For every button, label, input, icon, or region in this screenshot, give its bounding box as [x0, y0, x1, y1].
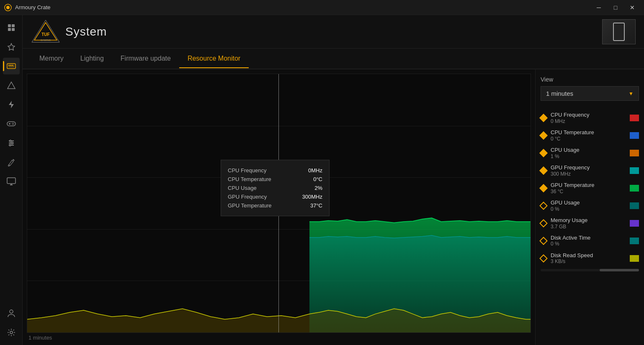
- tooltip-label-cpu-usage: CPU Usage: [228, 185, 257, 191]
- svg-rect-2: [8, 24, 11, 27]
- metric-diamond-gpu-freq: [539, 166, 548, 175]
- metric-color-cpu-freq: [630, 115, 639, 121]
- svg-point-15: [12, 123, 14, 125]
- sidebar-icon-brush[interactable]: [3, 154, 20, 171]
- sidebar-icon-display[interactable]: [3, 173, 20, 190]
- metric-color-gpu-usage: [630, 202, 639, 209]
- svg-point-27: [10, 310, 13, 313]
- svg-text:GAMING: GAMING: [41, 39, 51, 41]
- titlebar-title: Armoury Crate: [15, 4, 51, 10]
- sidebar-icon-controller[interactable]: [3, 115, 20, 132]
- close-button[interactable]: ✕: [625, 0, 640, 15]
- sidebar-icon-home[interactable]: [3, 19, 20, 36]
- corner-widget: [602, 19, 636, 44]
- metric-name-gpu-temp: GPU Temperature: [551, 182, 626, 189]
- tooltip-label-gpu-temp: GPU Temperature: [228, 202, 272, 209]
- metric-info-cpu-usage: CPU Usage1 %: [551, 147, 626, 159]
- metric-info-gpu-temp: GPU Temperature36 °C: [551, 182, 626, 194]
- tab-firmware[interactable]: Firmware update: [112, 50, 179, 68]
- metric-item-mem-usage[interactable]: Memory Usage3.7 GB: [541, 215, 639, 232]
- metric-diamond-disk-read: [539, 254, 548, 263]
- metric-item-disk-read[interactable]: Disk Read Speed3 KB/s: [541, 250, 639, 267]
- metric-name-disk-read: Disk Read Speed: [551, 252, 626, 259]
- minimize-button[interactable]: ─: [591, 0, 606, 15]
- metric-diamond-gpu-usage: [539, 202, 548, 210]
- metric-value-disk-read: 3 KB/s: [551, 258, 626, 264]
- sidebar-icon-tools[interactable]: [3, 135, 20, 151]
- tooltip-label-gpu-freq: GPU Frequency: [228, 194, 267, 200]
- metric-value-gpu-usage: 0 %: [551, 206, 626, 212]
- app-title: System: [65, 25, 107, 38]
- chart-wrapper: CPU Frequency 0MHz CPU Temperature 0°C C…: [27, 74, 531, 333]
- metric-diamond-mem-usage: [539, 219, 548, 227]
- metric-info-cpu-temp: CPU Temperature0 °C: [551, 129, 626, 142]
- tooltip-row-cpu-freq: CPU Frequency 0MHz: [228, 166, 322, 175]
- metric-name-mem-usage: Memory Usage: [551, 217, 626, 224]
- app-header: TUF GAMING System: [23, 15, 644, 49]
- metric-item-cpu-usage[interactable]: CPU Usage1 %: [541, 144, 639, 162]
- view-label: View: [541, 76, 639, 83]
- tooltip-label-cpu-temp: CPU Temperature: [228, 176, 271, 182]
- metric-color-gpu-freq: [630, 167, 639, 174]
- metric-item-gpu-temp[interactable]: GPU Temperature36 °C: [541, 179, 639, 197]
- view-dropdown[interactable]: 1 minutes ▼: [541, 86, 639, 101]
- metric-item-gpu-freq[interactable]: GPU Frequency300 MHz: [541, 162, 639, 179]
- metric-color-gpu-temp: [630, 185, 639, 192]
- metric-info-gpu-usage: GPU Usage0 %: [551, 199, 626, 212]
- svg-point-22: [11, 142, 13, 144]
- sidebar-bottom: [3, 305, 20, 345]
- metric-color-mem-usage: [630, 220, 639, 227]
- metric-item-cpu-temp[interactable]: CPU Temperature0 °C: [541, 127, 639, 144]
- right-panel: View 1 minutes ▼ CPU Frequency0 MHzCPU T…: [535, 69, 644, 345]
- content-area: TUF GAMING System Memory Lighting Firmwa…: [23, 15, 644, 345]
- svg-rect-24: [7, 178, 15, 184]
- tooltip-value-cpu-usage: 2%: [314, 185, 322, 191]
- svg-rect-5: [12, 28, 15, 31]
- svg-rect-9: [8, 65, 10, 66]
- titlebar: Armoury Crate ─ □ ✕: [0, 0, 644, 15]
- sidebar-icon-settings[interactable]: [3, 324, 20, 341]
- sidebar-icon-triangle[interactable]: [3, 77, 20, 94]
- tab-memory[interactable]: Memory: [31, 50, 72, 68]
- metric-color-disk-active: [630, 238, 639, 244]
- metric-info-gpu-freq: GPU Frequency300 MHz: [551, 164, 626, 177]
- tooltip-value-cpu-temp: 0°C: [313, 176, 322, 182]
- svg-text:TUF: TUF: [41, 32, 49, 37]
- dropdown-arrow-icon: ▼: [629, 91, 634, 97]
- sidebar-icon-flash[interactable]: [3, 96, 20, 113]
- svg-point-28: [10, 331, 13, 334]
- tab-bar: Memory Lighting Firmware update Resource…: [23, 49, 644, 69]
- sidebar-icon-user[interactable]: [3, 305, 20, 322]
- logo-area: TUF GAMING System: [31, 19, 107, 44]
- titlebar-controls: ─ □ ✕: [591, 0, 640, 15]
- svg-rect-11: [12, 65, 13, 66]
- metric-name-cpu-usage: CPU Usage: [551, 147, 626, 153]
- metric-item-disk-active[interactable]: Disk Active Time0 %: [541, 232, 639, 250]
- svg-rect-14: [7, 122, 15, 126]
- sidebar-icon-favorite[interactable]: [3, 38, 20, 55]
- chart-container: CPU Frequency 0MHz CPU Temperature 0°C C…: [23, 69, 535, 345]
- metric-diamond-disk-active: [539, 237, 548, 245]
- metric-value-cpu-freq: 0 MHz: [551, 118, 626, 124]
- metric-info-cpu-freq: CPU Frequency0 MHz: [551, 112, 626, 124]
- metric-name-gpu-usage: GPU Usage: [551, 199, 626, 206]
- svg-marker-30: [34, 23, 57, 40]
- metric-info-disk-read: Disk Read Speed3 KB/s: [551, 252, 626, 265]
- metric-name-disk-active: Disk Active Time: [551, 235, 626, 241]
- metric-color-disk-read: [630, 255, 639, 262]
- metric-item-gpu-usage[interactable]: GPU Usage0 %: [541, 197, 639, 215]
- tooltip-row-gpu-freq: GPU Frequency 300MHz: [228, 192, 322, 201]
- metric-diamond-cpu-usage: [539, 149, 548, 157]
- chart-time-label: 1 minutes: [27, 333, 535, 341]
- metric-info-mem-usage: Memory Usage3.7 GB: [551, 217, 626, 230]
- svg-point-21: [10, 140, 11, 142]
- tooltip-row-gpu-temp: GPU Temperature 37°C: [228, 201, 322, 210]
- tooltip-value-gpu-temp: 37°C: [310, 202, 322, 209]
- metric-info-disk-active: Disk Active Time0 %: [551, 235, 626, 247]
- metric-item-cpu-freq[interactable]: CPU Frequency0 MHz: [541, 109, 639, 127]
- maximize-button[interactable]: □: [608, 0, 623, 15]
- sidebar-icon-device[interactable]: [3, 58, 20, 74]
- tab-resource-monitor[interactable]: Resource Monitor: [179, 50, 249, 68]
- metric-value-cpu-usage: 1 %: [551, 153, 626, 159]
- tab-lighting[interactable]: Lighting: [72, 50, 112, 68]
